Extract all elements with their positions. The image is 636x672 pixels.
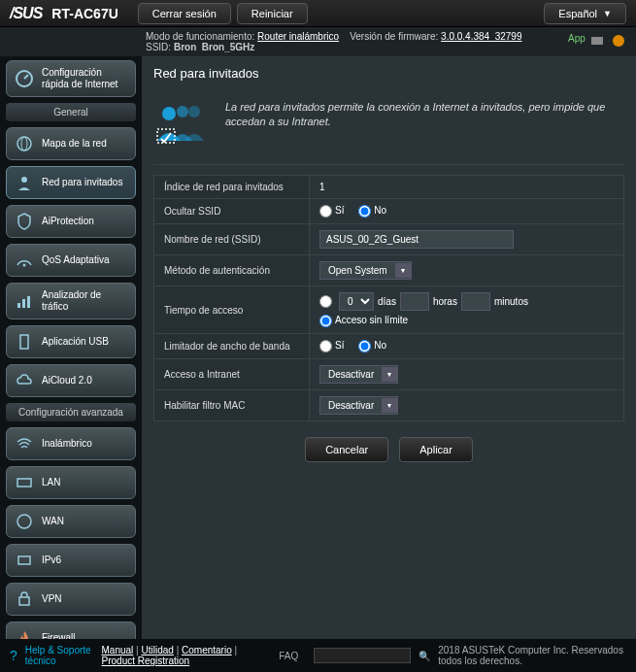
fire-icon	[15, 628, 34, 639]
svg-point-1	[613, 35, 624, 47]
row-auth-label: Método de autenticación	[154, 255, 310, 286]
minutes-input[interactable]	[461, 292, 490, 311]
sidebar-item-label: Analizador de tráfico	[42, 289, 127, 313]
faq-label: FAQ	[279, 651, 298, 661]
intro-text: La red para invitados permite la conexió…	[225, 100, 624, 149]
fw-link[interactable]: 3.0.0.4.384_32799	[441, 31, 521, 42]
sidebar-item-label: Aplicación USB	[42, 336, 109, 348]
hide-ssid-yes[interactable]	[319, 205, 332, 218]
hours-input[interactable]	[400, 292, 429, 311]
sidebar-item-label: VPN	[42, 593, 62, 605]
no-label: No	[374, 205, 386, 216]
wifi-icon	[15, 434, 34, 454]
help-icon: ?	[10, 648, 17, 663]
days-select[interactable]: 0	[339, 292, 374, 311]
guest-network-icon	[153, 100, 212, 149]
sidebar-item-lan[interactable]: LAN	[6, 466, 136, 499]
sidebar-item-qos[interactable]: QoS Adaptativa	[6, 244, 136, 277]
sidebar-item-label: Configuración rápida de Internet	[42, 67, 127, 90]
main-panel: Red para invitados La red para invitados…	[142, 56, 636, 639]
time-limited-radio[interactable]	[319, 295, 332, 308]
language-label: Español	[558, 8, 597, 19]
row-hide-label: Ocultar SSID	[154, 199, 310, 224]
language-select[interactable]: Español ▼	[544, 3, 626, 24]
sidebar-item-guest-network[interactable]: Red para invitados	[6, 166, 136, 199]
sidebar-item-aicloud[interactable]: AiCloud 2.0	[6, 364, 136, 397]
chart-icon	[15, 291, 34, 311]
svg-rect-11	[17, 479, 31, 487]
ssid-1: Bron	[174, 42, 196, 52]
shield-icon	[15, 212, 34, 231]
ssid-label: SSID:	[146, 42, 171, 52]
bw-no[interactable]	[358, 340, 371, 353]
minutes-label: minutos	[494, 296, 528, 307]
hide-ssid-no[interactable]	[358, 205, 371, 218]
footer-utility[interactable]: Utilidad	[142, 645, 174, 655]
model-name: RT-AC67U	[51, 6, 137, 21]
usb-icon[interactable]	[589, 33, 605, 47]
gauge-icon	[15, 69, 34, 88]
status-icon[interactable]	[611, 33, 626, 47]
footer-feedback[interactable]: Comentario	[182, 645, 232, 655]
chevron-down-icon: ▼	[603, 9, 612, 18]
no-label: No	[374, 340, 386, 351]
fw-label: Versión de firmware:	[350, 31, 438, 42]
faq-search[interactable]	[314, 648, 411, 663]
mode-label: Modo de funcionamiento:	[146, 31, 254, 42]
svg-rect-8	[22, 299, 25, 308]
sidebar-header-general: General	[6, 103, 136, 121]
hours-label: horas	[433, 296, 457, 307]
mode-link[interactable]: Router inalámbrico	[257, 31, 339, 42]
row-index-label: Índice de red para invitados	[154, 176, 310, 199]
svg-rect-13	[18, 556, 30, 564]
search-icon[interactable]: 🔍	[418, 651, 430, 661]
unlimited-label: Acceso sin límite	[335, 315, 408, 325]
sidebar-item-network-map[interactable]: Mapa de la red	[6, 127, 136, 160]
usb-icon	[15, 332, 34, 352]
footer-product[interactable]: Product Registration	[102, 655, 190, 666]
sidebar-item-label: Mapa de la red	[42, 138, 107, 150]
sidebar-item-aiprotection[interactable]: AiProtection	[6, 205, 136, 238]
lan-icon	[15, 473, 34, 492]
sidebar-quick-setup[interactable]: Configuración rápida de Internet	[6, 60, 136, 97]
svg-point-18	[177, 106, 188, 118]
app-badge[interactable]: App	[568, 33, 584, 47]
sidebar-item-wan[interactable]: WAN	[6, 505, 136, 538]
sidebar-item-label: AiProtection	[42, 216, 94, 227]
ssid-input[interactable]	[319, 230, 514, 249]
svg-point-3	[17, 137, 31, 151]
sidebar-item-ipv6[interactable]: IPv6	[6, 544, 136, 577]
sidebar-item-vpn[interactable]: VPN	[6, 583, 136, 616]
svg-rect-0	[591, 37, 603, 45]
brand-logo: /SUS	[0, 5, 51, 22]
cloud-icon	[15, 371, 34, 390]
sidebar-item-traffic[interactable]: Analizador de tráfico	[6, 283, 136, 319]
help-label: Help & Soporte técnico	[25, 645, 94, 666]
auth-select[interactable]: Open System ▾	[319, 261, 412, 280]
sidebar-item-label: Firewall	[42, 632, 75, 639]
page-title: Red para invitados	[153, 66, 624, 81]
chevron-down-icon: ▾	[395, 263, 411, 278]
auth-value: Open System	[320, 262, 395, 279]
sidebar-item-firewall[interactable]: Firewall	[6, 622, 136, 639]
logout-button[interactable]: Cerrar sesión	[138, 3, 231, 24]
svg-point-19	[188, 106, 200, 118]
sidebar-item-label: WAN	[42, 516, 64, 527]
chevron-down-icon: ▾	[382, 367, 397, 382]
bw-yes[interactable]	[319, 340, 332, 353]
ssid-2: Bron_5GHz	[202, 42, 254, 52]
sidebar-item-label: AiCloud 2.0	[42, 375, 92, 386]
sidebar-item-usb[interactable]: Aplicación USB	[6, 325, 136, 358]
svg-point-4	[21, 137, 27, 151]
cancel-button[interactable]: Cancelar	[305, 437, 388, 462]
sidebar-item-wireless[interactable]: Inalámbrico	[6, 427, 136, 460]
intranet-select[interactable]: Desactivar ▾	[319, 365, 398, 384]
mac-select[interactable]: Desactivar ▾	[319, 396, 398, 415]
sidebar-item-label: Inalámbrico	[42, 438, 92, 450]
reboot-button[interactable]: Reiniciar	[237, 3, 308, 24]
apply-button[interactable]: Aplicar	[399, 437, 473, 462]
footer-manual[interactable]: Manual	[102, 645, 134, 655]
svg-point-6	[23, 264, 26, 267]
time-unlimited-radio[interactable]	[319, 315, 332, 327]
chevron-down-icon: ▾	[382, 398, 397, 413]
